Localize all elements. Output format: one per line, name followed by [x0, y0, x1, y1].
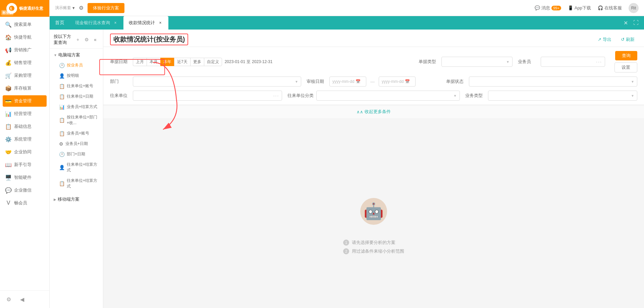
- export-button[interactable]: ↗ 导出: [595, 35, 614, 44]
- scheme-label: 按往来单位+部门+收...: [67, 114, 99, 126]
- scheme-by-detail[interactable]: 👤 按明细: [50, 70, 103, 81]
- biz-type-select[interactable]: ▼: [488, 91, 637, 101]
- sidebar-item-finance[interactable]: 💳 资金管理: [3, 95, 47, 107]
- message-item[interactable]: 💬 消息 99+: [535, 5, 561, 11]
- salesman-icon: 🕐: [59, 63, 65, 68]
- date-tab-last-month[interactable]: 上月: [133, 58, 147, 66]
- purchase-icon: 🛒: [5, 72, 11, 79]
- scheme-label: 业务员+账号: [67, 131, 89, 136]
- bill-type-select[interactable]: ▼: [441, 57, 513, 67]
- partner-select[interactable]: ···: [133, 91, 282, 101]
- pc-section-header[interactable]: ▼ 电脑端方案: [50, 50, 103, 60]
- scheme-settings-btn[interactable]: ⚙: [83, 36, 90, 43]
- scheme-label: 业务员+结算方式: [67, 104, 97, 110]
- app-download-item[interactable]: 📱 App下载: [568, 5, 591, 11]
- partner-class-chevron-icon: ▼: [453, 94, 457, 98]
- sidebar-item-hardware[interactable]: 🖥️ 智能硬件: [0, 171, 49, 184]
- date-tab-7days[interactable]: 近7天: [174, 58, 190, 66]
- maximize-window-btn[interactable]: ⛶: [632, 18, 640, 27]
- user-avatar[interactable]: Rit: [629, 3, 639, 13]
- scheme-salesman-date[interactable]: ⚙ 业务员+日期: [50, 139, 103, 149]
- date-separator: —: [369, 79, 376, 84]
- page-header: 收款情况统计(按业务员) ↗ 导出 ↺ 刷新: [103, 30, 644, 47]
- tab-receipt-label: 收款情况统计: [129, 20, 155, 26]
- pc-arrow-icon: ▼: [54, 53, 57, 57]
- date-label: 单据日期: [110, 59, 130, 65]
- audit-date-to[interactable]: yyyy-mm-dd 📅: [379, 76, 416, 87]
- online-service-item[interactable]: 🎧 在线客服: [598, 5, 622, 11]
- date-tab-this-year[interactable]: 本年: [160, 58, 174, 66]
- guide-icon: 📖: [5, 162, 11, 168]
- scheme-by-salesman[interactable]: 🕐 按业务员: [50, 60, 103, 70]
- sidebar-item-guide[interactable]: 📖 新手引导: [0, 158, 49, 171]
- topbar-settings-btn[interactable]: ⚙: [79, 5, 84, 11]
- partner-dots-icon[interactable]: ···: [273, 93, 279, 98]
- sidebar-item-shortcut[interactable]: 🏠 快捷导航: [0, 31, 49, 44]
- mobile-section-header[interactable]: ▶ 移动端方案: [50, 194, 103, 204]
- date-range: 2023-01-01 至 2023-12-31: [225, 59, 273, 65]
- filter-settings-button[interactable]: 设置: [614, 62, 637, 72]
- sidebar-item-purchase[interactable]: 🛒 采购管理: [0, 69, 49, 82]
- salesman-label: 业务员: [518, 59, 538, 65]
- sidebar-item-label: 企业微信: [14, 187, 32, 193]
- add-scheme-btn[interactable]: +: [74, 36, 82, 43]
- scheme-partner-account[interactable]: 📋 往来单位+账号: [50, 81, 103, 91]
- tab-bank[interactable]: 现金银行流水查询 ×: [70, 16, 123, 30]
- partner-class-select[interactable]: ▼: [316, 91, 460, 101]
- scheme-dept-date[interactable]: 🕐 部门+日期: [50, 149, 103, 159]
- scheme-salesman-settle[interactable]: 📊 业务员+结算方式: [50, 102, 103, 112]
- tab-receipt[interactable]: 收款情况统计 ×: [123, 16, 168, 30]
- filter-panel: 按以下方案查询 + ⚙ « ▼ 电脑端方案 🕐 按业务员 👤 按明细: [50, 30, 103, 308]
- refresh-button[interactable]: ↺ 刷新: [618, 35, 637, 44]
- tab-bank-close[interactable]: ×: [113, 20, 118, 25]
- partner-dept-icon: 📋: [59, 117, 65, 123]
- scheme-label: 部门+日期: [67, 151, 85, 157]
- sidebar-item-member[interactable]: V 畅会员: [0, 197, 49, 209]
- sidebar-item-basic[interactable]: 📋 基础信息: [0, 120, 49, 133]
- sidebar-item-label: 资金管理: [14, 98, 32, 104]
- sidebar-item-label: 新手引导: [14, 162, 32, 168]
- scheme-partner-settle1[interactable]: 👤 往来单位+结算方式: [50, 159, 103, 175]
- sales-icon: 💰: [5, 60, 11, 66]
- scheme-partner-dept[interactable]: 📋 按往来单位+部门+收...: [50, 112, 103, 128]
- sidebar-item-inventory[interactable]: 📦 库存核算: [0, 82, 49, 95]
- settings-footer-btn[interactable]: ⚙: [4, 295, 13, 304]
- sidebar-item-label: 系统管理: [14, 136, 32, 142]
- tab-receipt-close[interactable]: ×: [158, 20, 163, 25]
- query-button[interactable]: 查询: [615, 51, 637, 60]
- sidebar-item-system[interactable]: ⚙️ 系统管理: [0, 133, 49, 146]
- sidebar-item-enterprise[interactable]: 🤝 企业协同: [0, 146, 49, 158]
- sidebar-item-label: 经营管理: [14, 111, 32, 117]
- sidebar-item-wechat[interactable]: 💬 企业微信: [0, 184, 49, 197]
- tab-home[interactable]: 首页: [50, 16, 70, 30]
- biz-type-label: 业务类型: [465, 93, 485, 99]
- sidebar-item-label: 营销推广: [14, 47, 32, 53]
- hardware-icon: 🖥️: [5, 174, 11, 181]
- sidebar-item-search[interactable]: 🔍 搜索菜单: [0, 18, 49, 31]
- date-tab-this-month[interactable]: 本月: [147, 58, 160, 66]
- sidebar-item-label: 基础信息: [14, 123, 32, 130]
- collapse-panel-btn[interactable]: «: [92, 36, 99, 43]
- audit-date-from[interactable]: yyyy-mm-dd 📅: [329, 76, 366, 87]
- audit-date-label: 审核日期: [307, 79, 327, 85]
- date-tab-more[interactable]: 更多: [190, 58, 204, 66]
- salesman-select[interactable]: ···: [541, 57, 605, 67]
- collapse-button[interactable]: ∧∧ 收起更多条件: [357, 109, 391, 115]
- plan-button[interactable]: 体验行业方案: [88, 3, 124, 13]
- filter-panel-title: 按以下方案查询: [54, 34, 73, 46]
- dots-icon[interactable]: ···: [596, 59, 602, 64]
- pc-section: ▼ 电脑端方案 🕐 按业务员 👤 按明细 📋 往来单位+账号 📋: [50, 49, 103, 193]
- sidebar-item-operation[interactable]: 📊 经营管理: [0, 107, 49, 120]
- sidebar-item-sales[interactable]: 💰 销售管理: [0, 56, 49, 69]
- biz-type-field: 业务类型 ▼: [465, 91, 637, 101]
- scheme-partner-date[interactable]: 📋 往来单位+日期: [50, 91, 103, 102]
- scheme-partner-settle2[interactable]: 📋 往来单位+结算方式: [50, 175, 103, 192]
- bill-status-select[interactable]: ▼: [469, 76, 637, 87]
- collapse-sidebar-btn[interactable]: ◀: [17, 295, 27, 304]
- close-window-btn[interactable]: ✕: [622, 18, 629, 28]
- date-tab-custom[interactable]: 自定义: [204, 58, 222, 66]
- sidebar-item-marketing[interactable]: 📢 营销推广: [0, 44, 49, 56]
- sidebar-nav: 🔍 搜索菜单 🏠 快捷导航 📢 营销推广 💰 销售管理 🛒 采购管理 📦 库存核…: [0, 17, 49, 290]
- dept-select[interactable]: ▼: [133, 76, 301, 87]
- scheme-salesman-account[interactable]: 📋 业务员+账号: [50, 128, 103, 139]
